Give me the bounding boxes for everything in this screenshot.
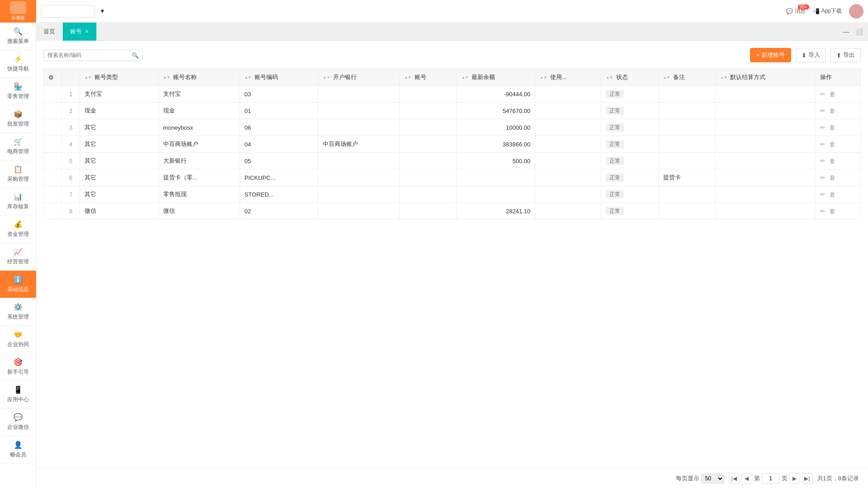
sidebar-item-purchase[interactable]: 📋 采购管理 — [0, 160, 36, 188]
avatar[interactable] — [849, 4, 863, 19]
edit-button[interactable]: ✏ — [820, 207, 826, 215]
delete-button[interactable]: 🗑 — [829, 207, 835, 215]
tab-maximize-button[interactable]: ⬜ — [854, 26, 864, 37]
edit-button[interactable]: ✏ — [820, 124, 826, 131]
sidebar-item-retail[interactable]: 🏪 零售管理 — [0, 78, 36, 105]
page-prefix-label: 第 — [754, 474, 760, 483]
col-label-code: 账号编码 — [255, 74, 278, 80]
sidebar-item-appcenter[interactable]: 📱 应用中心 — [0, 381, 36, 408]
sort-account-icon: ▲▼ — [404, 76, 411, 80]
app-name: 乐惠版 — [11, 15, 25, 21]
inventory-icon: 📊 — [14, 192, 23, 201]
sidebar-item-operation[interactable]: 📈 经营管理 — [0, 243, 36, 271]
settings-icon[interactable]: ⚙ — [48, 74, 54, 81]
toolbar: 🔍 + 新增账号 ⬇ 导入 ⬆ 导出 — [43, 48, 861, 62]
import-button[interactable]: ⬇ 导入 — [796, 48, 826, 62]
page-number-input[interactable] — [762, 473, 780, 484]
col-header-settlement[interactable]: ▲▼ 默认结算方式 — [716, 69, 816, 86]
cell-account — [400, 153, 457, 169]
tab-close-icon[interactable]: ✕ — [85, 28, 89, 35]
delete-button[interactable]: 🗑 — [829, 157, 835, 164]
table-row: 3 其它 moneybosx 06 10000.00 正常 ✏ 🗑 — [44, 119, 861, 136]
sidebar-item-system[interactable]: ⚙️ 系统管理 — [0, 298, 36, 326]
purchase-icon: 📋 — [14, 165, 23, 174]
sidebar-item-search[interactable]: 🔍 搜索菜单 — [0, 23, 36, 50]
cell-settings — [44, 136, 62, 153]
logo-icon — [10, 1, 26, 14]
import-label: 导入 — [808, 51, 820, 59]
wholesale-icon: 📦 — [14, 110, 23, 118]
sidebar-item-quick[interactable]: ⚡ 快捷导航 — [0, 50, 36, 78]
delete-button[interactable]: 🗑 — [829, 141, 835, 148]
edit-button[interactable]: ✏ — [820, 107, 826, 114]
tab-home[interactable]: 首页 — [36, 23, 63, 41]
first-page-button[interactable]: |◀ — [729, 473, 740, 484]
cell-status: 正常 — [601, 169, 658, 186]
cell-status: 正常 — [601, 153, 658, 169]
tab-minimize-button[interactable]: — — [841, 26, 852, 37]
last-page-button[interactable]: ▶| — [802, 473, 813, 484]
col-header-account[interactable]: ▲▼ 账号 — [400, 69, 457, 86]
edit-button[interactable]: ✏ — [820, 157, 826, 164]
edit-button[interactable]: ✏ — [820, 141, 826, 148]
sidebar-item-guide[interactable]: 🎯 新手引导 — [0, 353, 36, 381]
cell-usage — [535, 203, 601, 220]
sidebar-item-wechat[interactable]: 💬 企业微信 — [0, 408, 36, 436]
edit-button[interactable]: ✏ — [820, 174, 826, 181]
prev-page-button[interactable]: ◀ — [741, 473, 752, 484]
delete-button[interactable]: 🗑 — [829, 124, 835, 131]
delete-button[interactable]: 🗑 — [829, 174, 835, 181]
sort-bank-icon: ▲▼ — [323, 76, 330, 80]
col-label-status: 状态 — [616, 74, 628, 80]
add-account-button[interactable]: + 新增账号 — [750, 48, 791, 62]
sidebar-item-inventory[interactable]: 📊 库存核算 — [0, 188, 36, 216]
col-header-type[interactable]: ▲▼ 账号类型 — [80, 69, 159, 86]
col-header-usage[interactable]: ▲▼ 使用... — [535, 69, 601, 86]
edit-button[interactable]: ✏ — [820, 90, 826, 98]
delete-button[interactable]: 🗑 — [829, 191, 835, 198]
search-input[interactable] — [47, 52, 129, 58]
sort-usage-icon: ▲▼ — [540, 76, 547, 80]
cell-code: 04 — [240, 136, 318, 153]
sidebar-item-wholesale[interactable]: 📦 批发管理 — [0, 105, 36, 133]
header-dropdown[interactable]: ▼ — [99, 8, 105, 14]
wechat-icon: 💬 — [14, 413, 23, 422]
col-header-balance[interactable]: ▲▼ 最新余额 — [457, 69, 535, 86]
search-box[interactable]: 🔍 — [43, 50, 143, 61]
cell-type: 现金 — [80, 103, 159, 119]
sort-type-icon: ▲▼ — [85, 76, 92, 80]
sidebar-item-agreement[interactable]: 🤝 企业协同 — [0, 326, 36, 353]
col-header-code[interactable]: ▲▼ 账号编码 — [240, 69, 318, 86]
sidebar-item-ecommerce[interactable]: 🛒 电商管理 — [0, 133, 36, 160]
per-page-select[interactable]: 50 20 100 — [701, 474, 724, 483]
sidebar-label-agreement: 企业协同 — [7, 341, 29, 348]
delete-button[interactable]: 🗑 — [829, 107, 835, 114]
cell-type: 其它 — [80, 136, 159, 153]
sidebar-item-member[interactable]: 👤 畅会员 — [0, 436, 36, 464]
sidebar-item-basic[interactable]: ℹ️ 基础信息 — [0, 271, 36, 298]
export-button[interactable]: ⬆ 导出 — [830, 48, 861, 62]
cell-status: 正常 — [601, 136, 658, 153]
col-header-name[interactable]: ▲▼ 账号名称 — [158, 69, 240, 86]
sidebar-item-capital[interactable]: 💰 资金管理 — [0, 216, 36, 243]
message-button[interactable]: 💬 消息 99+ — [786, 7, 806, 15]
delete-button[interactable]: 🗑 — [829, 90, 835, 98]
sort-settlement-icon: ▲▼ — [720, 76, 727, 80]
table-row: 7 其它 零售抵现 STORED... 正常 ✏ 🗑 — [44, 186, 861, 203]
app-download-button[interactable]: 📲 App下载 — [813, 7, 842, 15]
search-icon: 🔍 — [132, 52, 139, 59]
col-label-type: 账号类型 — [94, 74, 118, 80]
edit-button[interactable]: ✏ — [820, 191, 826, 198]
header-search-input[interactable] — [41, 5, 95, 18]
col-header-remark[interactable]: ▲▼ 备注 — [658, 69, 715, 86]
col-header-status[interactable]: ▲▼ 状态 — [601, 69, 658, 86]
cell-code: PICKUPC... — [240, 169, 318, 186]
next-page-button[interactable]: ▶ — [789, 473, 800, 484]
cell-bank — [318, 86, 400, 103]
sidebar-label-member: 畅会员 — [10, 451, 26, 459]
tab-account[interactable]: 账号 ✕ — [63, 23, 97, 41]
page-navigation: |◀ ◀ 第 页 ▶ ▶| — [729, 473, 813, 484]
sidebar-label-search: 搜索菜单 — [7, 38, 29, 45]
cell-balance: 547670.00 — [457, 103, 535, 119]
col-header-bank[interactable]: ▲▼ 开户银行 — [318, 69, 400, 86]
